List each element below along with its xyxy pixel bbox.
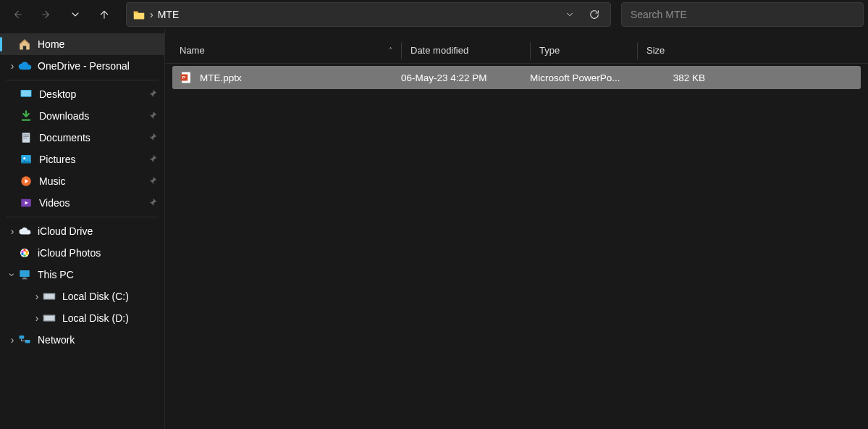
folder-icon	[132, 9, 146, 20]
sidebar-item-label: OneDrive - Personal	[38, 60, 159, 72]
pin-icon	[148, 88, 159, 100]
chevron-right-icon[interactable]: ›	[32, 291, 42, 302]
videos-icon	[19, 196, 33, 210]
sidebar-item-label: Desktop	[39, 88, 148, 100]
pin-icon	[148, 110, 159, 122]
chevron-right-icon[interactable]: ›	[7, 60, 17, 72]
onedrive-icon	[17, 59, 32, 73]
sidebar-item-label: Pictures	[39, 154, 148, 165]
forward-button[interactable]	[33, 1, 59, 28]
address-bar[interactable]: › MTE	[126, 2, 611, 27]
svg-point-12	[23, 249, 25, 251]
svg-point-17	[21, 251, 23, 253]
sidebar-item-home[interactable]: › Home	[0, 33, 164, 55]
column-header-date[interactable]: Date modified	[401, 42, 530, 59]
drive-icon	[42, 289, 56, 304]
this-pc-icon	[17, 267, 32, 282]
sidebar-item-documents[interactable]: Documents	[0, 127, 164, 149]
pin-icon	[148, 154, 159, 165]
downloads-icon	[19, 109, 33, 123]
pin-icon	[148, 132, 159, 143]
network-icon	[17, 333, 32, 347]
sidebar-item-label: Documents	[39, 132, 148, 143]
sidebar-item-desktop[interactable]: Desktop	[0, 83, 164, 105]
column-header-type[interactable]: Type	[530, 42, 637, 59]
sidebar-item-label: Local Disk (C:)	[62, 291, 159, 302]
column-label: Type	[539, 45, 560, 56]
file-row[interactable]: P MTE.pptx 06-May-23 4:22 PM Microsoft P…	[172, 66, 861, 89]
svg-rect-6	[23, 138, 27, 138]
sidebar-item-pictures[interactable]: Pictures	[0, 149, 164, 170]
sidebar-item-videos[interactable]: Videos	[0, 192, 164, 214]
music-icon	[19, 174, 33, 188]
svg-rect-19	[23, 278, 27, 279]
address-history-button[interactable]	[560, 4, 580, 25]
refresh-icon	[589, 9, 600, 20]
documents-icon	[19, 130, 33, 145]
sidebar-item-label: Music	[39, 175, 148, 187]
column-label: Size	[646, 45, 665, 56]
svg-rect-24	[44, 316, 54, 320]
sidebar-item-icloud-drive[interactable]: › iCloud Drive	[0, 220, 164, 242]
svg-rect-25	[20, 336, 25, 339]
column-header-size[interactable]: Size	[637, 42, 709, 59]
file-list-pane[interactable]: Name ˄ Date modified Type Size P MTE.ppt…	[165, 29, 868, 429]
pin-icon	[148, 197, 159, 209]
sidebar-item-network[interactable]: › Network	[0, 329, 164, 351]
svg-rect-4	[23, 135, 29, 136]
sort-asc-icon: ˄	[389, 46, 392, 54]
file-type: Microsoft PowerPo...	[530, 72, 637, 83]
column-label: Name	[180, 45, 205, 56]
chevron-right-icon[interactable]: ›	[32, 312, 42, 324]
svg-rect-26	[25, 340, 30, 343]
sidebar-item-downloads[interactable]: Downloads	[0, 105, 164, 127]
sidebar-item-label: Local Disk (D:)	[62, 312, 159, 324]
sidebar-item-label: Network	[38, 334, 159, 346]
column-header-name[interactable]: Name ˄	[165, 42, 401, 59]
up-button[interactable]	[91, 1, 117, 28]
arrow-right-icon	[41, 9, 52, 20]
svg-point-13	[25, 251, 28, 253]
back-button[interactable]	[4, 1, 30, 28]
chevron-down-icon[interactable]: ›	[7, 270, 18, 280]
arrow-left-icon	[12, 9, 23, 20]
sidebar-item-icloud-photos[interactable]: › iCloud Photos	[0, 242, 164, 264]
icloud-photos-icon	[17, 246, 32, 260]
svg-rect-22	[44, 294, 54, 299]
recent-button[interactable]	[62, 1, 88, 28]
svg-point-14	[25, 253, 28, 255]
search-input[interactable]	[622, 9, 863, 20]
svg-rect-5	[23, 136, 29, 137]
sidebar-item-local-disk-c[interactable]: › Local Disk (C:)	[0, 286, 164, 307]
svg-point-16	[21, 253, 23, 255]
chevron-right-icon[interactable]: ›	[7, 225, 17, 237]
drive-icon	[42, 311, 56, 325]
svg-point-15	[23, 254, 25, 257]
chevron-down-icon	[565, 9, 575, 20]
chevron-right-icon[interactable]: ›	[7, 334, 17, 346]
nav-toolbar: › MTE	[0, 0, 868, 29]
column-headers: Name ˄ Date modified Type Size	[165, 38, 868, 64]
sidebar-item-local-disk-d[interactable]: › Local Disk (D:)	[0, 307, 164, 329]
svg-rect-18	[20, 270, 30, 277]
home-icon	[17, 37, 32, 51]
sidebar-item-onedrive[interactable]: › OneDrive - Personal	[0, 55, 164, 77]
sidebar-item-label: This PC	[38, 269, 159, 280]
sidebar-item-label: Home	[38, 38, 159, 50]
breadcrumb-item[interactable]: MTE	[158, 9, 180, 20]
pin-icon	[148, 175, 159, 187]
file-size: 382 KB	[637, 72, 705, 83]
sidebar-item-label: iCloud Photos	[38, 247, 159, 259]
sidebar-item-this-pc[interactable]: › This PC	[0, 264, 164, 286]
svg-point-8	[23, 157, 25, 159]
nav-sidebar[interactable]: › Home › OneDrive - Personal Desktop Dow…	[0, 29, 165, 429]
refresh-button[interactable]	[584, 4, 604, 25]
powerpoint-file-icon: P	[180, 71, 193, 84]
sidebar-item-music[interactable]: Music	[0, 170, 164, 192]
sidebar-item-label: Videos	[39, 197, 148, 209]
pictures-icon	[19, 152, 33, 167]
file-name: MTE.pptx	[200, 72, 242, 83]
chevron-down-icon	[69, 9, 81, 20]
svg-rect-20	[22, 278, 28, 279]
search-box[interactable]	[621, 2, 864, 27]
